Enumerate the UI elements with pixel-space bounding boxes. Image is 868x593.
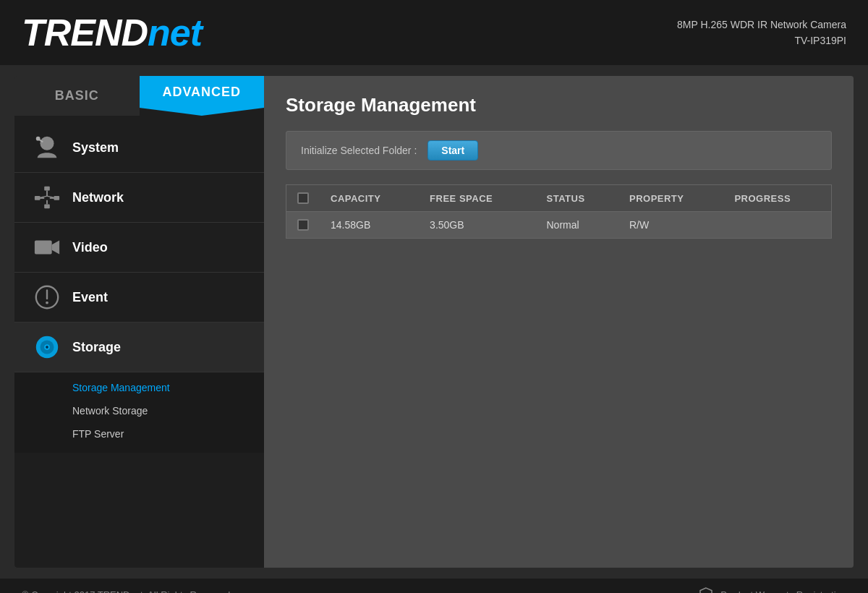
sidebar-item-network[interactable]: Network xyxy=(14,173,264,223)
storage-table: CAPACITY FREE SPACE STATUS PROPERTY PROG… xyxy=(286,184,832,239)
svg-rect-3 xyxy=(44,187,50,191)
table-row: 14.58GB 3.50GB Normal R/W xyxy=(286,212,832,239)
video-icon xyxy=(29,233,65,262)
event-label: Event xyxy=(72,290,108,305)
network-icon xyxy=(29,183,65,212)
cell-property: R/W xyxy=(618,212,723,239)
sidebar-item-event[interactable]: Event xyxy=(14,273,264,323)
system-icon xyxy=(29,133,65,162)
logo-net: net xyxy=(148,12,202,54)
network-label: Network xyxy=(72,190,124,205)
logo-trend: TREND xyxy=(22,12,148,54)
video-label: Video xyxy=(72,240,108,255)
start-button[interactable]: Start xyxy=(427,140,478,161)
row-checkbox[interactable] xyxy=(297,219,309,231)
nav-items: System xyxy=(14,116,264,568)
storage-label: Storage xyxy=(72,340,121,355)
tab-basic[interactable]: BASIC xyxy=(14,76,140,116)
submenu-network-storage[interactable]: Network Storage xyxy=(14,399,264,422)
tab-bar: BASIC ADVANCED xyxy=(14,76,264,116)
sidebar: BASIC ADVANCED System xyxy=(14,76,264,568)
table-header-row: CAPACITY FREE SPACE STATUS PROPERTY PROG… xyxy=(286,185,832,212)
cell-free-space: 3.50GB xyxy=(419,212,535,239)
init-label: Initialize Selected Folder : xyxy=(301,145,417,156)
device-name: 8MP H.265 WDR IR Network Camera xyxy=(677,17,846,33)
svg-point-21 xyxy=(46,346,48,349)
footer: © Copyright 2017 TRENDnet. All Rights Re… xyxy=(0,579,868,593)
submenu-ftp-server[interactable]: FTP Server xyxy=(14,422,264,445)
storage-icon xyxy=(29,333,65,362)
col-checkbox xyxy=(286,185,320,212)
footer-warranty[interactable]: ✓ Product Warranty Registration xyxy=(697,586,846,594)
warranty-label: Product Warranty Registration xyxy=(720,589,846,593)
col-free-space: FREE SPACE xyxy=(419,185,535,212)
logo-text: TRENDnet xyxy=(22,11,202,54)
sidebar-item-video[interactable]: Video xyxy=(14,223,264,273)
col-progress: PROGRESS xyxy=(723,185,831,212)
submenu-storage-management[interactable]: Storage Management xyxy=(14,376,264,399)
init-bar: Initialize Selected Folder : Start xyxy=(286,131,832,170)
sidebar-item-storage[interactable]: Storage xyxy=(14,323,264,372)
tab-advanced[interactable]: ADVANCED xyxy=(140,76,265,116)
svg-point-2 xyxy=(36,137,41,141)
event-icon xyxy=(29,283,65,312)
system-label: System xyxy=(72,140,119,155)
svg-rect-13 xyxy=(35,241,52,255)
col-capacity: CAPACITY xyxy=(320,185,419,212)
svg-point-0 xyxy=(41,137,54,150)
device-info: 8MP H.265 WDR IR Network Camera TV-IP319… xyxy=(677,17,846,49)
col-property: PROPERTY xyxy=(618,185,723,212)
cell-status: Normal xyxy=(535,212,618,239)
cell-capacity: 14.58GB xyxy=(320,212,419,239)
svg-marker-14 xyxy=(52,241,59,255)
col-status: STATUS xyxy=(535,185,618,212)
device-model: TV-IP319PI xyxy=(677,33,846,48)
shield-icon: ✓ xyxy=(697,586,715,594)
sidebar-item-system[interactable]: System xyxy=(14,123,264,173)
header-checkbox[interactable] xyxy=(297,192,309,204)
row-checkbox-cell xyxy=(286,212,320,239)
page-title: Storage Management xyxy=(286,94,832,116)
footer-copyright: © Copyright 2017 TRENDnet. All Rights Re… xyxy=(22,589,233,593)
content-area: Storage Management Initialize Selected F… xyxy=(264,76,854,568)
header: TRENDnet 8MP H.265 WDR IR Network Camera… xyxy=(0,0,868,65)
main-wrapper: BASIC ADVANCED System xyxy=(14,76,854,568)
storage-submenu: Storage Management Network Storage FTP S… xyxy=(14,372,264,453)
svg-point-17 xyxy=(46,302,48,304)
cell-progress xyxy=(723,212,831,239)
svg-rect-6 xyxy=(44,205,50,209)
logo: TRENDnet xyxy=(22,11,202,54)
